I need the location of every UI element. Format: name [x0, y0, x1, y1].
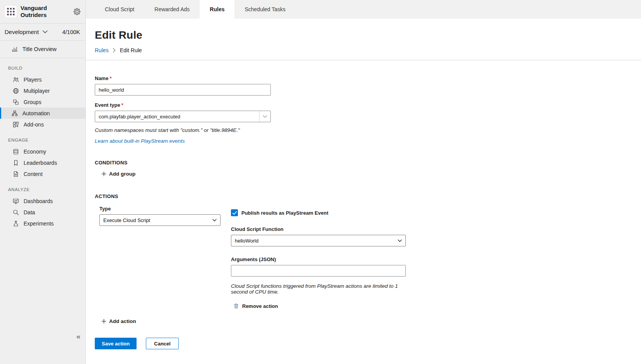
publish-results-label: Publish results as PlayStream Event: [241, 210, 328, 216]
tab-rules[interactable]: Rules: [200, 0, 234, 19]
sidebar-item-label: Add-ons: [24, 121, 44, 128]
page-title: Edit Rule: [95, 29, 641, 41]
chevron-down-icon[interactable]: [259, 111, 270, 122]
sidebar-item-players[interactable]: Players: [0, 74, 85, 85]
remove-action-button[interactable]: Remove action: [233, 303, 278, 309]
monitor-icon: [13, 198, 19, 204]
cloud-script-function-select[interactable]: helloWorld: [231, 235, 406, 246]
usage-counter: 4/100K: [62, 29, 80, 35]
event-type-value: com.playfab.player_action_executed: [95, 114, 259, 120]
action-type-label: Type: [99, 206, 221, 212]
trash-icon: [233, 303, 239, 309]
document-icon: [13, 171, 19, 177]
studio-name: Vanguard Outriders: [21, 5, 55, 19]
sidebar-item-label: Experiments: [24, 220, 54, 227]
add-action-label: Add action: [109, 318, 136, 324]
leaderboards-icon: [13, 160, 19, 166]
plus-icon: [101, 319, 106, 324]
conditions-heading: CONDITIONS: [95, 160, 641, 166]
app-root: Vanguard Outriders Development 4/100K Ti…: [0, 0, 641, 364]
main-area: Cloud Script Rewarded Ads Rules Schedule…: [86, 0, 641, 364]
sidebar-section-build: BUILD: [0, 58, 85, 74]
studio-logo-icon: [5, 5, 17, 18]
sidebar-item-label: Players: [24, 77, 42, 83]
sidebar-item-label: Leaderboards: [24, 160, 57, 166]
tab-bar: Cloud Script Rewarded Ads Rules Schedule…: [86, 0, 641, 19]
action-type-select[interactable]: Execute Cloud Script: [99, 214, 221, 226]
sidebar-item-label: Data: [24, 209, 35, 215]
economy-icon: [13, 149, 19, 155]
settings-gear-icon[interactable]: [73, 8, 81, 15]
namespace-hint: Custom namespaces must start with "custo…: [95, 127, 641, 133]
sidebar-item-label: Title Overview: [22, 46, 56, 52]
checkbox-checked-icon[interactable]: [231, 209, 238, 216]
publish-results-checkbox-row[interactable]: Publish results as PlayStream Event: [231, 209, 406, 216]
sidebar-section-analyze: ANALYZE: [0, 179, 85, 195]
chevron-down-icon: [398, 239, 402, 242]
chevron-down-icon: [43, 30, 48, 34]
page-header: Edit Rule Rules Edit Rule: [86, 19, 641, 53]
action-type-value: Execute Cloud Script: [103, 217, 210, 223]
tab-rewarded-ads[interactable]: Rewarded Ads: [144, 0, 200, 19]
sidebar-item-label: Groups: [24, 99, 41, 105]
cancel-button[interactable]: Cancel: [146, 338, 179, 349]
breadcrumb-current: Edit Rule: [120, 47, 142, 53]
breadcrumb: Rules Edit Rule: [95, 47, 641, 53]
sidebar-item-experiments[interactable]: Experiments: [0, 218, 85, 229]
sidebar-item-label: Content: [24, 171, 43, 177]
save-action-button[interactable]: Save action: [95, 338, 137, 349]
required-asterisk: *: [109, 75, 111, 81]
rule-name-input[interactable]: [95, 84, 271, 96]
sidebar-item-content[interactable]: Content: [0, 168, 85, 179]
sidebar-item-label: Dashboards: [24, 198, 53, 204]
form-buttons: Save action Cancel: [95, 338, 641, 349]
remove-action-label: Remove action: [242, 303, 278, 309]
sidebar-item-automation[interactable]: Automation: [0, 108, 85, 119]
add-group-button[interactable]: Add group: [101, 171, 135, 177]
chevron-down-icon: [212, 219, 217, 222]
add-ons-icon: [13, 121, 19, 128]
cloud-script-function-label: Cloud Script Function: [231, 226, 406, 232]
actions-heading: ACTIONS: [95, 193, 641, 199]
sidebar-item-data[interactable]: Data: [0, 207, 85, 218]
bar-chart-icon: [12, 46, 18, 52]
event-type-combobox[interactable]: com.playfab.player_action_executed: [95, 111, 271, 122]
sidebar-item-dashboards[interactable]: Dashboards: [0, 195, 85, 207]
sidebar-item-label: Economy: [24, 149, 46, 155]
sidebar-item-add-ons[interactable]: Add-ons: [0, 119, 85, 130]
sidebar-section-engage: ENGAGE: [0, 130, 85, 146]
sidebar-item-label: Automation: [22, 110, 50, 116]
playstream-events-link[interactable]: Learn about built-in PlayStream events: [95, 138, 185, 144]
flask-icon: [13, 220, 19, 227]
arguments-json-input[interactable]: [231, 265, 406, 277]
magnifier-icon: [13, 209, 19, 215]
sidebar-item-label: Multiplayer: [24, 88, 50, 94]
arguments-json-label: Arguments (JSON): [231, 256, 406, 262]
tab-scheduled-tasks[interactable]: Scheduled Tasks: [234, 0, 296, 19]
tab-cloud-script[interactable]: Cloud Script: [95, 0, 144, 19]
sidebar-collapse-button[interactable]: «: [76, 333, 80, 340]
required-asterisk: *: [121, 102, 123, 108]
sidebar-item-groups[interactable]: Groups: [0, 96, 85, 108]
groups-icon: [13, 99, 19, 105]
page-content: Edit Rule Rules Edit Rule Name*: [86, 19, 641, 364]
cloud-script-function-value: helloWorld: [235, 238, 395, 244]
players-icon: [13, 77, 19, 83]
globe-icon: [13, 88, 19, 94]
sidebar-item-leaderboards[interactable]: Leaderboards: [0, 157, 85, 168]
edit-rule-form: Name* Event type* com.playfab.player_act…: [86, 60, 641, 349]
sidebar-item-title-overview[interactable]: Title Overview: [0, 41, 85, 58]
plus-icon: [101, 171, 106, 176]
studio-header: Vanguard Outriders: [0, 0, 85, 24]
breadcrumb-rules-link[interactable]: Rules: [95, 47, 109, 53]
sidebar-item-economy[interactable]: Economy: [0, 146, 85, 157]
environment-name: Development: [5, 29, 39, 35]
action-detail-column: Publish results as PlayStream Event Clou…: [231, 206, 406, 309]
sidebar: Vanguard Outriders Development 4/100K Ti…: [0, 0, 86, 364]
environment-selector[interactable]: Development 4/100K: [0, 24, 85, 41]
automation-icon: [12, 110, 18, 116]
event-type-label: Event type*: [95, 102, 641, 108]
add-action-button[interactable]: Add action: [101, 318, 136, 324]
sidebar-item-multiplayer[interactable]: Multiplayer: [0, 85, 85, 96]
name-label-text: Name: [95, 75, 108, 81]
